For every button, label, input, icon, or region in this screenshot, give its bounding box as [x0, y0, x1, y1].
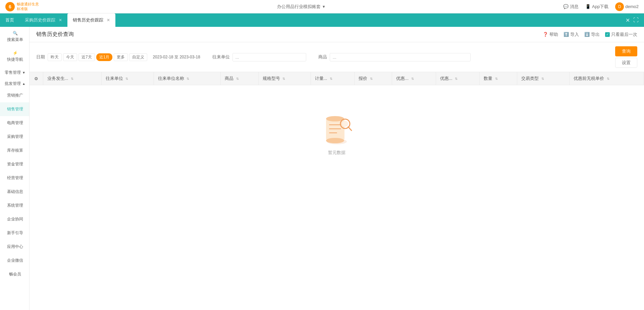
column-partner-code[interactable]: 往来单位 ⇅ [101, 72, 154, 85]
column-quote[interactable]: 报价 ⇅ [355, 72, 392, 85]
sort-icon-quantity: ⇅ [495, 77, 498, 81]
download-icon: 📱 [585, 4, 591, 9]
sidebar-item-system-mgmt[interactable]: 系统管理 [0, 199, 29, 212]
only-last-checkbox[interactable]: ✓ 只看最后一次 [605, 32, 637, 38]
help-icon: ❓ [543, 32, 548, 37]
quick-nav-icon: ⚡ [13, 51, 18, 55]
sidebar-item-marketing[interactable]: 营销推广 [0, 89, 29, 102]
export-btn[interactable]: ⬇️ 导出 [584, 32, 600, 38]
sidebar-item-enterprise-wechat[interactable]: 企业微信 [0, 254, 29, 267]
top-bar-left: 6 畅捷通好生意 标准版 [5, 2, 39, 11]
message-label: 消息 [570, 4, 579, 10]
sales-mgmt-label: 销售管理 [7, 106, 23, 112]
column-spec[interactable]: 规格型号 ⇅ [258, 72, 311, 85]
sidebar-item-inventory[interactable]: 库存核算 [0, 144, 29, 157]
empty-state: 暂元数据 [30, 85, 644, 183]
top-bar-right: 💬 消息 📱 App下载 D demo2 [563, 2, 639, 11]
column-discount1[interactable]: 优惠... ⇅ [392, 72, 436, 85]
data-table: ⚙ 业务发生... ⇅ 往来单位 ⇅ 往来单位名称 ⇅ [30, 72, 644, 85]
svg-rect-1 [326, 119, 344, 141]
sidebar-item-enterprise-cooperation[interactable]: 企业协同 [0, 212, 29, 226]
sort-icon-unit: ⇅ [330, 77, 332, 81]
sidebar-item-search-menu[interactable]: 🔍 搜索菜单 [0, 27, 29, 47]
message-icon: 💬 [563, 4, 569, 9]
date-btn-yesterday[interactable]: 昨天 [48, 53, 62, 61]
column-partner-name[interactable]: 往来单位名称 ⇅ [154, 72, 221, 85]
filter-row: 日期 昨天 今天 近7天 近1月 更多 自定义 2023-02-18 至 202… [36, 46, 637, 68]
column-discount2[interactable]: 优惠... ⇅ [436, 72, 479, 85]
username: demo2 [625, 4, 639, 9]
sidebar-item-sales-mgmt[interactable]: 销售管理 [0, 102, 29, 116]
column-biz-date[interactable]: 业务发生... ⇅ [43, 72, 101, 85]
product-placeholder: ... [333, 55, 336, 60]
table-container: ⚙ 业务发生... ⇅ 往来单位 ⇅ 往来单位名称 ⇅ [30, 72, 644, 310]
setting-button[interactable]: 设置 [615, 58, 637, 68]
table-header-row: ⚙ 业务发生... ⇅ 往来单位 ⇅ 往来单位名称 ⇅ [30, 72, 644, 85]
help-label: 帮助 [549, 32, 558, 38]
page-title: 销售历史价查询 [36, 31, 74, 38]
date-btn-7days[interactable]: 近7天 [78, 53, 95, 61]
tab-close-all-icon[interactable]: ✕ [626, 17, 630, 23]
sidebar-item-basic-info[interactable]: 基础信息 [0, 185, 29, 199]
sidebar-item-ops-mgmt[interactable]: 经营管理 [0, 171, 29, 185]
date-btn-today[interactable]: 今天 [63, 53, 77, 61]
tab-maximize-icon[interactable]: ⛶ [633, 17, 639, 23]
sidebar-item-purchase-mgmt[interactable]: 采购管理 [0, 130, 29, 144]
date-btn-1month[interactable]: 近1月 [96, 53, 113, 61]
sidebar-item-member[interactable]: 畅会员 [0, 267, 29, 281]
sort-icon-partner-name: ⇅ [186, 77, 189, 81]
sidebar-item-quick-nav[interactable]: ⚡ 快捷导航 [0, 47, 29, 66]
column-product[interactable]: 商品 ⇅ [221, 72, 258, 85]
top-bar-center: 办公用品行业模拟账套 ▾ [277, 4, 325, 10]
tab-sales-history-close[interactable]: ✕ [107, 18, 110, 22]
sidebar-item-retail-mgmt[interactable]: 零售管理 ▼ [0, 66, 29, 78]
tab-purchase-history-close[interactable]: ✕ [59, 18, 62, 22]
date-btn-more[interactable]: 更多 [114, 53, 128, 61]
tab-sales-history-label: 销售历史价跟踪 [73, 17, 103, 23]
date-buttons: 昨天 今天 近7天 近1月 更多 自定义 [48, 53, 147, 61]
sidebar-item-finance-mgmt[interactable]: 资金管理 [0, 157, 29, 171]
download-label: App下载 [592, 4, 608, 10]
download-btn[interactable]: 📱 App下载 [585, 4, 608, 10]
wholesale-mgmt-label: 批发管理 [5, 81, 21, 87]
partner-input[interactable]: ... [232, 53, 306, 61]
main-layout: 🔍 搜索菜单 ⚡ 快捷导航 零售管理 ▼ 批发管理 ▲ 营销推广 销售管理 电商… [0, 27, 644, 310]
user-area[interactable]: D demo2 [615, 2, 639, 11]
column-pre-tax[interactable]: 优惠前无税单价 ⇅ [570, 72, 644, 85]
import-btn[interactable]: ⬆️ 导入 [564, 32, 579, 38]
enterprise-cooperation-label: 企业协同 [7, 216, 23, 222]
partner-filter-item: 往来单位 ... [212, 53, 306, 61]
svg-point-3 [326, 138, 344, 143]
sort-icon-discount1: ⇅ [411, 77, 414, 81]
logo-text: 畅捷通好生意 标准版 [17, 2, 39, 11]
new-guide-label: 新手引导 [7, 230, 23, 236]
tab-purchase-history[interactable]: 采购历史价跟踪 ✕ [19, 13, 67, 27]
ecommerce-mgmt-label: 电商管理 [7, 120, 23, 126]
message-btn[interactable]: 💬 消息 [563, 4, 579, 10]
column-quantity[interactable]: 数量 ⇅ [480, 72, 517, 85]
query-button[interactable]: 查询 [615, 46, 637, 56]
column-gear[interactable]: ⚙ [30, 72, 43, 85]
svg-point-8 [342, 121, 348, 127]
partner-placeholder: ... [235, 55, 239, 60]
sort-icon-biz-date: ⇅ [71, 77, 73, 81]
tab-home-label: 首页 [5, 17, 14, 23]
retail-mgmt-label: 零售管理 [5, 70, 21, 75]
sidebar-item-app-center[interactable]: 应用中心 [0, 240, 29, 254]
sidebar-item-ecommerce-mgmt[interactable]: 电商管理 [0, 116, 29, 130]
dropdown-icon[interactable]: ▾ [323, 4, 325, 9]
sidebar-item-new-guide[interactable]: 新手引导 [0, 226, 29, 240]
only-last-label: 只看最后一次 [611, 32, 637, 38]
gear-icon: ⚙ [34, 76, 38, 81]
help-btn[interactable]: ❓ 帮助 [543, 32, 558, 38]
date-btn-custom[interactable]: 自定义 [129, 53, 147, 61]
date-filter-item: 日期 昨天 今天 近7天 近1月 更多 自定义 [36, 53, 147, 61]
column-trade-type[interactable]: 交易类型 ⇅ [517, 72, 570, 85]
tab-sales-history[interactable]: 销售历史价跟踪 ✕ [67, 13, 115, 27]
product-input[interactable]: ... [330, 53, 471, 61]
column-unit[interactable]: 计量... ⇅ [311, 72, 354, 85]
logo-area: 6 畅捷通好生意 标准版 [5, 2, 39, 11]
search-menu-label: 搜索菜单 [7, 37, 23, 43]
tab-home[interactable]: 首页 [0, 13, 19, 27]
sidebar-item-wholesale-mgmt[interactable]: 批发管理 ▲ [0, 78, 29, 89]
